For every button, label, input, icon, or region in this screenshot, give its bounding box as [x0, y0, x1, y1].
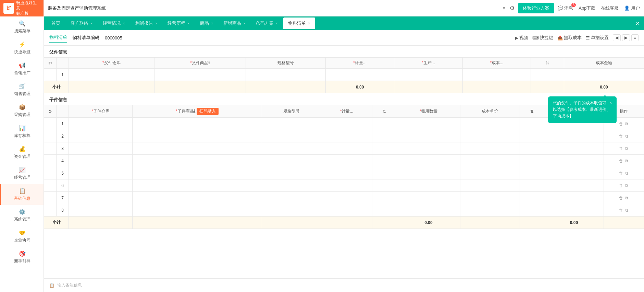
sub-tab-bom-code[interactable]: 物料清单编码	[73, 33, 99, 42]
close-all-tabs-btn[interactable]: ✕	[634, 19, 641, 28]
tab-close-customer[interactable]: ×	[90, 21, 92, 25]
child-row-1-warehouse[interactable]	[69, 118, 133, 130]
child-row-7-qty-unit[interactable]	[321, 192, 372, 204]
delete-icon-5[interactable]: 🗑	[619, 171, 623, 176]
sidebar-item-cooperation[interactable]: 🤝 企业协同	[0, 226, 44, 247]
bottom-hint[interactable]: 输入备注信息	[57, 282, 82, 288]
single-settings-btn[interactable]: ☰ 单据设置	[586, 35, 609, 41]
extract-cost-btn[interactable]: 📤 提取成本	[557, 35, 582, 41]
dropdown-arrow-icon[interactable]: ▼	[502, 5, 506, 11]
parent-row-1-goods[interactable]	[154, 69, 246, 81]
child-row-8-goods[interactable]	[132, 204, 262, 217]
video-btn[interactable]: ▶ 视频	[515, 35, 528, 41]
child-row-8-unit-cost[interactable]	[460, 204, 520, 217]
sub-tab-bom[interactable]: 物料清单	[49, 33, 67, 43]
child-row-3-spec[interactable]	[262, 142, 321, 155]
child-row-3-warehouse[interactable]	[69, 142, 133, 155]
child-row-6-need-qty[interactable]	[397, 179, 460, 192]
tab-close-business[interactable]: ×	[123, 21, 125, 25]
child-row-5-warehouse[interactable]	[69, 167, 133, 179]
nav-tab-home[interactable]: 首页	[47, 17, 65, 29]
child-row-8-warehouse[interactable]	[69, 204, 133, 217]
child-row-2-unit-cost[interactable]	[460, 130, 520, 142]
parent-row-1-spec[interactable]	[246, 69, 326, 81]
delete-icon-3[interactable]: 🗑	[619, 146, 623, 151]
child-row-2-qty-unit[interactable]	[321, 130, 372, 142]
child-row-5-goods[interactable]	[132, 167, 262, 179]
child-row-4-unit-cost[interactable]	[460, 155, 520, 167]
child-row-7-warehouse[interactable]	[69, 192, 133, 204]
child-row-6-unit-cost[interactable]	[460, 179, 520, 192]
child-row-4-goods[interactable]	[132, 155, 262, 167]
online-service-btn[interactable]: 在线客服	[601, 5, 619, 11]
nav-tab-history[interactable]: 经营历程 ×	[163, 17, 194, 29]
sidebar-item-inventory[interactable]: 📊 库存核算	[0, 121, 44, 142]
child-row-6-spec[interactable]	[262, 179, 321, 192]
child-row-6-goods[interactable]	[132, 179, 262, 192]
tab-close-goods[interactable]: ×	[211, 21, 213, 25]
sidebar-item-marketing[interactable]: 📢 营销推广	[0, 58, 44, 79]
child-row-7-goods[interactable]	[132, 192, 262, 204]
child-row-1-unit-cost[interactable]	[460, 118, 520, 130]
child-row-4-spec[interactable]	[262, 155, 321, 167]
child-row-8-qty-unit[interactable]	[321, 204, 372, 217]
child-row-5-qty-unit[interactable]	[321, 167, 372, 179]
child-row-7-need-qty[interactable]	[397, 192, 460, 204]
delete-icon-8[interactable]: 🗑	[619, 208, 623, 213]
tab-close-barcode[interactable]: ×	[276, 21, 278, 25]
child-row-7-unit-cost[interactable]	[460, 192, 520, 204]
child-row-3-unit-cost[interactable]	[460, 142, 520, 155]
copy-icon-6[interactable]: ⧉	[625, 183, 628, 188]
sidebar-item-purchase[interactable]: 📦 采购管理	[0, 100, 44, 121]
child-row-2-spec[interactable]	[262, 130, 321, 142]
copy-icon-1[interactable]: ⧉	[625, 121, 628, 126]
sidebar-item-guide[interactable]: 🎯 新手引导	[0, 247, 44, 268]
copy-icon-2[interactable]: ⧉	[625, 134, 628, 139]
delete-icon-7[interactable]: 🗑	[619, 196, 623, 200]
parent-row-1-cost[interactable]	[462, 69, 531, 81]
nav-tab-profit[interactable]: 利润报告 ×	[131, 17, 162, 29]
app-download-btn[interactable]: App下载	[579, 5, 595, 11]
copy-icon-7[interactable]: ⧉	[625, 196, 628, 200]
parent-row-1-qty[interactable]	[326, 69, 394, 81]
sidebar-item-system[interactable]: ⚙️ 系统管理	[0, 205, 44, 226]
nav-tab-business[interactable]: 经营情况 ×	[98, 17, 129, 29]
copy-icon-3[interactable]: ⧉	[625, 146, 628, 151]
child-row-7-spec[interactable]	[262, 192, 321, 204]
copy-icon-8[interactable]: ⧉	[625, 208, 628, 213]
child-row-1-qty-unit[interactable]	[321, 118, 372, 130]
child-row-1-spec[interactable]	[262, 118, 321, 130]
sidebar-item-sales[interactable]: 🛒 销售管理	[0, 79, 44, 100]
tab-close-bom[interactable]: ×	[308, 21, 310, 25]
child-col-gear[interactable]: ⚙	[44, 105, 57, 118]
child-row-2-goods[interactable]	[132, 130, 262, 142]
child-row-5-need-qty[interactable]	[397, 167, 460, 179]
child-row-8-need-qty[interactable]	[397, 204, 460, 217]
child-row-3-qty-unit[interactable]	[321, 142, 372, 155]
delete-icon-6[interactable]: 🗑	[619, 183, 623, 188]
shortcut-btn[interactable]: ⌨ 快捷键	[532, 35, 553, 41]
tab-close-profit[interactable]: ×	[155, 21, 157, 25]
delete-icon-2[interactable]: 🗑	[619, 134, 623, 139]
list-view-btn[interactable]: ≡	[631, 34, 639, 41]
scan-input-btn[interactable]: 扫码录入	[197, 108, 219, 115]
child-row-5-spec[interactable]	[262, 167, 321, 179]
child-row-5-unit-cost[interactable]	[460, 167, 520, 179]
gear-icon[interactable]: ⚙	[510, 5, 515, 11]
child-row-2-need-qty[interactable]	[397, 130, 460, 142]
child-row-6-qty-unit[interactable]	[321, 179, 372, 192]
child-row-4-qty-unit[interactable]	[321, 155, 372, 167]
delete-icon-4[interactable]: 🗑	[619, 159, 623, 163]
sidebar-item-quick-nav[interactable]: ⚡ 快捷导航	[0, 37, 44, 58]
tooltip-close-btn[interactable]: ×	[609, 100, 612, 106]
sidebar-item-finance[interactable]: 💰 资金管理	[0, 142, 44, 163]
nav-tab-new-goods[interactable]: 新增商品 ×	[219, 17, 250, 29]
parent-row-1-production[interactable]	[394, 69, 462, 81]
user-btn[interactable]: 👤 用户	[624, 5, 640, 11]
child-row-3-need-qty[interactable]	[397, 142, 460, 155]
tab-close-new-goods[interactable]: ×	[243, 21, 245, 25]
parent-row-1-warehouse[interactable]	[69, 69, 154, 81]
tab-close-history[interactable]: ×	[187, 21, 189, 25]
nav-tab-goods[interactable]: 商品 ×	[195, 17, 218, 29]
child-row-8-spec[interactable]	[262, 204, 321, 217]
